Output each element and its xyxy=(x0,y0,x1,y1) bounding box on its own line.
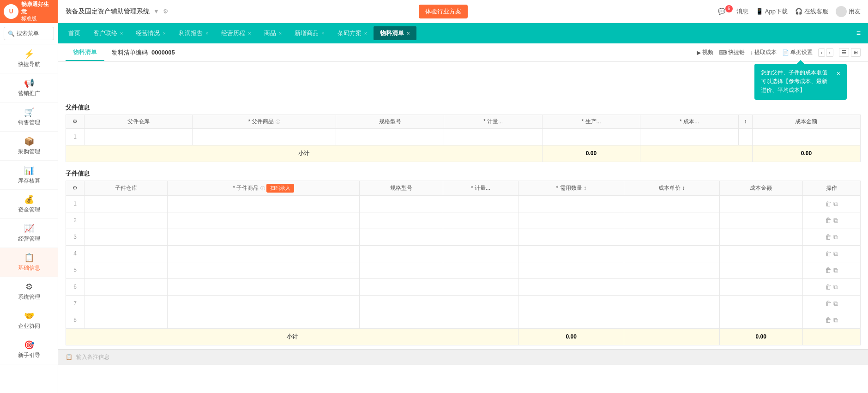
child-row-1-product[interactable] xyxy=(168,195,360,212)
sidebar-item-finance[interactable]: 💰 资金管理 xyxy=(0,190,58,219)
tab-profit[interactable]: 利润报告 × xyxy=(172,26,215,40)
close-tab-barcode[interactable]: × xyxy=(364,30,367,36)
sidebar-item-guide[interactable]: 🎯 新手引导 xyxy=(0,335,58,364)
scan-input-button[interactable]: 扫码录入 xyxy=(266,184,294,193)
tab-business[interactable]: 经营情况 × xyxy=(129,26,172,40)
close-tab-history[interactable]: × xyxy=(248,30,251,36)
child-row-6-qty[interactable] xyxy=(518,278,624,295)
close-tab-customer[interactable]: × xyxy=(120,30,123,36)
delete-icon-row-3[interactable]: 🗑 xyxy=(825,233,832,241)
close-tab-new-product[interactable]: × xyxy=(321,30,324,36)
child-row-8-product[interactable] xyxy=(168,312,360,328)
child-row-6-warehouse[interactable] xyxy=(84,278,168,295)
child-row-4-qty[interactable] xyxy=(518,245,624,262)
parent-row-1-production[interactable] xyxy=(542,128,640,145)
copy-icon-row-4[interactable]: ⧉ xyxy=(833,250,838,258)
delete-icon-row-6[interactable]: 🗑 xyxy=(825,283,832,290)
child-row-3-spec[interactable] xyxy=(360,229,443,245)
delete-icon-row-7[interactable]: 🗑 xyxy=(825,300,832,307)
child-row-1-spec[interactable] xyxy=(360,195,443,212)
single-settings-button[interactable]: 📄 单据设置 xyxy=(782,48,813,56)
child-row-7-spec[interactable] xyxy=(360,295,443,312)
close-tab-business[interactable]: × xyxy=(163,30,165,36)
copy-icon-row-6[interactable]: ⧉ xyxy=(833,283,838,291)
delete-icon-row-5[interactable]: 🗑 xyxy=(825,266,832,274)
view-button[interactable]: ▶ 视频 xyxy=(697,48,713,56)
child-row-3-warehouse[interactable] xyxy=(84,229,168,245)
child-row-5-qty[interactable] xyxy=(518,262,624,278)
parent-row-1-warehouse[interactable] xyxy=(84,128,193,145)
child-row-5-spec[interactable] xyxy=(360,262,443,278)
sidebar-item-purchase[interactable]: 📦 采购管理 xyxy=(0,132,58,161)
child-row-7-unit-price[interactable] xyxy=(624,295,719,312)
child-row-7-qty[interactable] xyxy=(518,295,624,312)
copy-icon-row-2[interactable]: ⧉ xyxy=(833,217,838,224)
child-row-2-spec[interactable] xyxy=(360,212,443,229)
tab-customer[interactable]: 客户联络 × xyxy=(87,26,129,40)
child-row-4-warehouse[interactable] xyxy=(84,245,168,262)
settings-icon[interactable]: ⚙ xyxy=(163,8,169,15)
sidebar-item-operations[interactable]: 📈 经营管理 xyxy=(0,219,58,248)
child-row-2-product[interactable] xyxy=(168,212,360,229)
child-row-1-warehouse[interactable] xyxy=(84,195,168,212)
grid-view-button[interactable]: ⊞ xyxy=(851,48,861,57)
trial-button[interactable]: 体验行业方案 xyxy=(419,5,468,18)
tab-history[interactable]: 经营历程 × xyxy=(215,26,257,40)
copy-icon-row-8[interactable]: ⧉ xyxy=(833,316,838,324)
parent-row-1-unit[interactable] xyxy=(444,128,542,145)
tab-barcode[interactable]: 条码方案 × xyxy=(331,26,374,40)
child-row-2-unit-price[interactable] xyxy=(624,212,719,229)
tooltip-close-button[interactable]: × xyxy=(837,68,840,79)
tab-home[interactable]: 首页 xyxy=(62,26,87,40)
tab-new-product[interactable]: 新增商品 × xyxy=(288,26,331,40)
tab-bom[interactable]: 物料清单 × xyxy=(374,26,416,40)
sidebar-item-inventory[interactable]: 📊 库存核算 xyxy=(0,161,58,190)
parent-row-1-product[interactable] xyxy=(193,128,336,145)
child-row-1-qty[interactable] xyxy=(518,195,624,212)
child-row-7-unit[interactable] xyxy=(443,295,518,312)
child-row-7-product[interactable] xyxy=(168,295,360,312)
child-row-3-qty[interactable] xyxy=(518,229,624,245)
app-download-button[interactable]: 📱 App下载 xyxy=(756,7,788,16)
list-view-button[interactable]: ☰ xyxy=(839,48,849,57)
child-row-2-warehouse[interactable] xyxy=(84,212,168,229)
delete-icon-row-4[interactable]: 🗑 xyxy=(825,250,832,257)
child-row-6-unit[interactable] xyxy=(443,278,518,295)
child-row-4-unit-price[interactable] xyxy=(624,245,719,262)
child-row-8-unit[interactable] xyxy=(443,312,518,328)
user-profile-button[interactable]: 用友 xyxy=(836,6,861,17)
delete-icon-row-8[interactable]: 🗑 xyxy=(825,316,832,324)
parent-row-1-spec[interactable] xyxy=(336,128,444,145)
child-row-2-qty[interactable] xyxy=(518,212,624,229)
delete-icon-row-2[interactable]: 🗑 xyxy=(825,217,832,224)
close-tab-profit[interactable]: × xyxy=(205,30,208,36)
delete-icon-row-1[interactable]: 🗑 xyxy=(825,200,832,207)
child-row-4-spec[interactable] xyxy=(360,245,443,262)
sidebar-item-marketing[interactable]: 📢 营销推广 xyxy=(0,73,58,103)
sidebar-item-sales[interactable]: 🛒 销售管理 xyxy=(0,103,58,132)
child-row-8-spec[interactable] xyxy=(360,312,443,328)
child-row-1-unit[interactable] xyxy=(443,195,518,212)
close-tab-bom[interactable]: × xyxy=(407,30,410,36)
close-tab-product[interactable]: × xyxy=(279,30,282,36)
child-row-8-qty[interactable] xyxy=(518,312,624,328)
search-menu-button[interactable]: 🔍 搜索菜单 xyxy=(4,27,54,40)
child-row-5-product[interactable] xyxy=(168,262,360,278)
child-row-5-unit[interactable] xyxy=(443,262,518,278)
child-row-8-warehouse[interactable] xyxy=(84,312,168,328)
child-row-6-unit-price[interactable] xyxy=(624,278,719,295)
child-row-3-product[interactable] xyxy=(168,229,360,245)
close-all-tabs[interactable]: ≡ xyxy=(853,27,864,39)
copy-icon-row-7[interactable]: ⧉ xyxy=(833,300,838,308)
child-row-4-product[interactable] xyxy=(168,245,360,262)
online-service-button[interactable]: 🎧 在线客服 xyxy=(795,7,828,16)
sidebar-item-basic-info[interactable]: 📋 基础信息 xyxy=(0,248,58,277)
prev-arrow[interactable]: ‹ xyxy=(818,48,826,57)
sidebar-item-enterprise[interactable]: 🤝 企业协同 xyxy=(0,306,58,335)
child-row-8-unit-price[interactable] xyxy=(624,312,719,328)
child-row-2-unit[interactable] xyxy=(443,212,518,229)
child-row-7-warehouse[interactable] xyxy=(84,295,168,312)
child-row-3-unit-price[interactable] xyxy=(624,229,719,245)
child-row-3-unit[interactable] xyxy=(443,229,518,245)
copy-icon-row-5[interactable]: ⧉ xyxy=(833,266,838,274)
